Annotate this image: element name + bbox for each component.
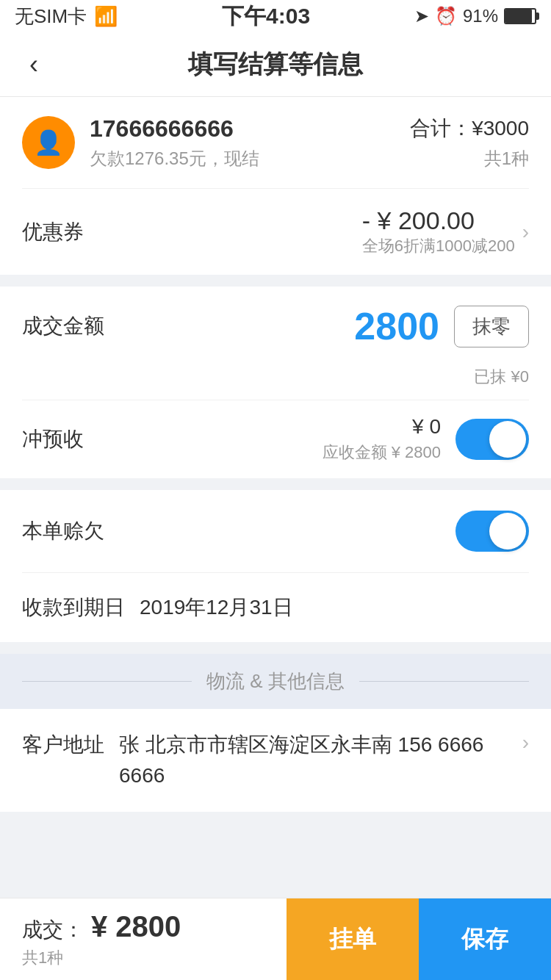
status-bar: 无SIM卡 📶 下午4:03 ➤ ⏰ 91% [0,0,551,32]
writeoff-toggle[interactable] [455,511,529,552]
bottom-bar: 成交： ¥ 2800 共1种 挂单 保存 [0,898,551,980]
logistics-section-header: 物流 & 其他信息 [0,654,551,709]
battery-icon [504,8,536,24]
bottom-info: 成交： ¥ 2800 共1种 [0,910,287,969]
no-sim-text: 无SIM卡 [15,4,87,29]
deal-amount-right: 2800 抹零 [354,304,529,348]
total-count: 共1种 [410,147,529,170]
address-chevron-icon: › [522,729,529,754]
prepay-right: ¥ 0 应收金额 ¥ 2800 [323,415,529,464]
writeoff-label: 本单赊欠 [22,517,104,545]
address-value: 张 北京市市辖区海淀区永丰南 156 6666 6666 [119,729,508,791]
status-left: 无SIM卡 📶 [15,4,118,29]
customer-card: 👤 17666666666 欠款1276.35元，现结 合计：¥3000 共1种… [0,97,551,275]
hold-order-button[interactable]: 挂单 [287,898,419,981]
alarm-icon: ⏰ [435,6,457,26]
wifi-icon: 📶 [94,5,118,28]
address-label: 客户地址 [22,729,104,759]
deal-amount-value: 2800 [354,304,439,348]
coupon-label: 优惠券 [22,218,84,246]
duedate-row: 收款到期日 2019年12月31日 [0,573,551,642]
writeoff-card: 本单赊欠 收款到期日 2019年12月31日 [0,490,551,642]
deal-amount-card: 成交金额 2800 抹零 已抹 ¥0 冲预收 ¥ 0 应收金额 ¥ 2800 [0,287,551,478]
customer-phone: 17666666666 [90,115,259,143]
save-button[interactable]: 保存 [419,898,551,981]
round-zero-button[interactable]: 抹零 [454,306,529,347]
deal-amount-label: 成交金额 [22,312,104,340]
status-right: ➤ ⏰ 91% [414,6,536,26]
avatar: 👤 [22,116,75,169]
customer-row: 👤 17666666666 欠款1276.35元，现结 合计：¥3000 共1种 [0,97,551,188]
coupon-right: - ¥ 200.00 全场6折满1000减200 › [362,206,529,257]
duedate-value: 2019年12月31日 [140,594,293,621]
deal-amount-row: 成交金额 2800 抹零 [0,287,551,366]
header-line-right [359,681,529,682]
writeoff-toggle-knob [489,513,526,550]
logistics-header-text: 物流 & 其他信息 [206,669,345,694]
customer-info: 17666666666 欠款1276.35元，现结 [90,115,259,170]
customer-right: 合计：¥3000 共1种 [410,115,529,170]
bottom-deal-amount: ¥ 2800 [91,910,181,943]
coupon-chevron-icon: › [522,220,529,244]
address-row[interactable]: 客户地址 张 北京市市辖区海淀区永丰南 156 6666 6666 › [0,709,551,812]
page-title: 填写结算等信息 [188,48,363,82]
nav-bar: ‹ 填写结算等信息 [0,32,551,97]
prepay-toggle[interactable] [455,419,529,460]
prepay-amount-col: ¥ 0 应收金额 ¥ 2800 [323,415,441,464]
customer-sub: 欠款1276.35元，现结 [90,147,259,170]
total-amount: 合计：¥3000 [410,115,529,143]
coupon-amount: - ¥ 200.00 [362,206,515,235]
location-icon: ➤ [414,6,429,26]
content: 👤 17666666666 欠款1276.35元，现结 合计：¥3000 共1种… [0,97,551,980]
deal-sub-text: 已抹 ¥0 [0,366,551,400]
prepay-row: 冲预收 ¥ 0 应收金额 ¥ 2800 [0,400,551,478]
battery-text: 91% [463,6,498,26]
bottom-deal: 成交： ¥ 2800 [22,910,264,944]
prepay-toggle-knob [489,421,526,458]
duedate-label: 收款到期日 [22,594,125,621]
customer-left: 👤 17666666666 欠款1276.35元，现结 [22,115,259,170]
bottom-deal-label: 成交： [22,916,84,944]
prepay-sub: 应收金额 ¥ 2800 [323,442,441,464]
prepay-amount: ¥ 0 [323,415,441,439]
coupon-desc: 全场6折满1000减200 [362,235,515,257]
prepay-label: 冲预收 [22,425,84,453]
header-line-left [22,681,192,682]
coupon-row[interactable]: 优惠券 - ¥ 200.00 全场6折满1000减200 › [0,189,551,275]
back-button[interactable]: ‹ [22,42,46,87]
writeoff-row: 本单赊欠 [0,490,551,572]
bottom-deal-count: 共1种 [22,947,264,969]
avatar-icon: 👤 [34,129,63,156]
status-time: 下午4:03 [222,1,310,32]
